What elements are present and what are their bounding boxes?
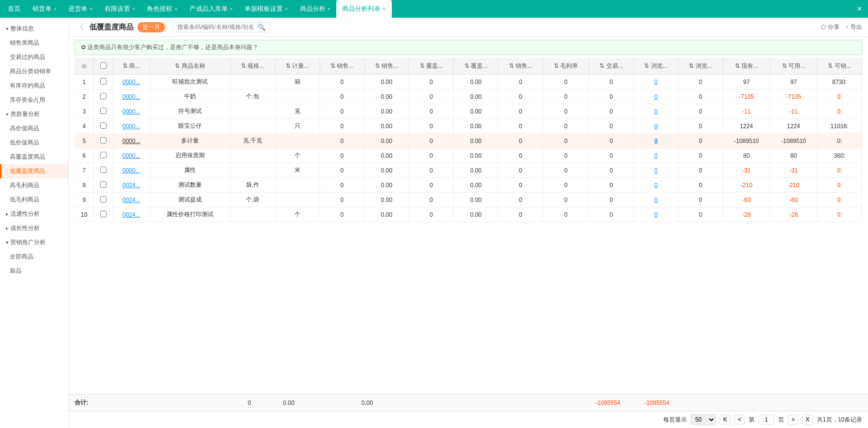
tab-permissions-close[interactable]: × bbox=[132, 0, 135, 18]
sidebar-section-category[interactable]: ▾ 类群量分析 bbox=[0, 107, 68, 121]
row-cover1: 0 bbox=[409, 75, 454, 89]
sidebar-item-sales-goods[interactable]: 销售类商品 bbox=[0, 36, 68, 50]
col-settings[interactable]: ⚙ bbox=[75, 58, 94, 75]
select-all-checkbox[interactable] bbox=[100, 62, 107, 69]
page-size-select[interactable]: 50 20 100 bbox=[691, 414, 716, 425]
sidebar-section-circulation[interactable]: ▸ 流通性分析 bbox=[0, 207, 68, 221]
sidebar-item-stock-capital[interactable]: 库存资金占用 bbox=[0, 93, 68, 107]
browse1-link[interactable]: 0 bbox=[654, 138, 658, 144]
browse1-link[interactable]: 0 bbox=[654, 123, 658, 130]
tab-goods-analysis[interactable]: 商品分析 × bbox=[294, 0, 336, 18]
tab-template[interactable]: 单据模板设置 × bbox=[239, 0, 294, 18]
row-checkbox[interactable] bbox=[100, 181, 107, 188]
tab-home[interactable]: 首页 bbox=[2, 0, 27, 18]
tab-production-close[interactable]: × bbox=[230, 0, 233, 18]
page-number-input[interactable] bbox=[759, 415, 774, 425]
col-cover1[interactable]: ⇅ 覆盖... bbox=[409, 58, 454, 75]
tab-roles-close[interactable]: × bbox=[174, 0, 177, 18]
tab-goods-analysis-list-close[interactable]: × bbox=[382, 0, 385, 18]
col-browse1[interactable]: ⇅ 浏览... bbox=[634, 58, 678, 75]
tab-goods-analysis-close[interactable]: × bbox=[327, 0, 330, 18]
row-avail: 1224 bbox=[770, 119, 817, 134]
browse1-link[interactable]: 0 bbox=[654, 79, 658, 86]
tab-purchase[interactable]: 进货单 × bbox=[62, 0, 98, 18]
col-name[interactable]: ⇅ 商品名称 bbox=[150, 58, 230, 75]
total-avail: -1095554 bbox=[632, 399, 681, 406]
sort-icon: ⇅ bbox=[123, 62, 128, 69]
row-checkbox[interactable] bbox=[100, 152, 107, 158]
col-sales1[interactable]: ⇅ 销售... bbox=[320, 58, 364, 75]
period-button[interactable]: 近一月 bbox=[137, 22, 165, 32]
export-button[interactable]: ↑ 导出 bbox=[845, 23, 862, 31]
browse1-link[interactable]: 0 bbox=[654, 182, 658, 189]
row-unit bbox=[275, 193, 320, 207]
tab-goods-analysis-list[interactable]: 商品分析列表 × bbox=[336, 0, 391, 18]
col-code[interactable]: ⇅ 商... bbox=[113, 58, 150, 75]
browse1-link[interactable]: 0 bbox=[654, 93, 658, 100]
col-cansell[interactable]: ⇅ 可销... bbox=[817, 58, 862, 75]
sidebar-item-high-margin[interactable]: 高毛利商品 bbox=[0, 178, 68, 193]
gear-icon[interactable]: ⚙ bbox=[81, 63, 87, 70]
tab-sales-close[interactable]: × bbox=[54, 0, 56, 18]
search-icon[interactable]: 🔍 bbox=[258, 24, 266, 31]
first-page-button[interactable]: K bbox=[720, 415, 731, 425]
sidebar-item-new-goods[interactable]: 新品 bbox=[0, 264, 68, 278]
sidebar-item-low-value[interactable]: 低价值商品 bbox=[0, 136, 68, 150]
browse1-link[interactable]: 0 bbox=[654, 167, 658, 174]
row-sales2: 0.00 bbox=[364, 75, 409, 89]
row-checkbox[interactable] bbox=[100, 78, 107, 85]
row-sales2: 0.00 bbox=[364, 104, 409, 119]
next-page-button[interactable]: > bbox=[788, 415, 798, 425]
sidebar-item-category-rate[interactable]: 商品分类动销率 bbox=[0, 64, 68, 79]
sidebar-item-high-coverage[interactable]: 高覆盖度商品 bbox=[0, 150, 68, 164]
browse1-link[interactable]: 0 bbox=[654, 108, 658, 115]
sidebar-section-overall[interactable]: ▾ 整体信息 bbox=[0, 22, 68, 36]
sidebar-item-low-coverage[interactable]: 低覆盖度商品 bbox=[0, 164, 68, 178]
browse1-link[interactable]: 0 bbox=[654, 152, 658, 159]
col-current[interactable]: ⇅ 现有... bbox=[723, 58, 770, 75]
data-table-wrapper[interactable]: ⚙ ⇅ 商... ⇅ 商品名称 ⇅ 规格... ⇅ 计量... ⇅ 销售... … bbox=[75, 58, 862, 394]
row-checkbox[interactable] bbox=[100, 196, 107, 202]
row-checkbox[interactable] bbox=[100, 211, 107, 217]
row-browse1: 0 bbox=[634, 163, 678, 178]
sidebar-item-low-margin[interactable]: 低毛利商品 bbox=[0, 193, 68, 207]
collapse-sidebar-button[interactable]: 《 bbox=[75, 22, 85, 32]
tab-roles[interactable]: 角色授权 × bbox=[141, 0, 183, 18]
row-checkbox[interactable] bbox=[100, 93, 107, 99]
window-close-button[interactable]: × bbox=[853, 4, 866, 14]
row-number: 10 bbox=[75, 207, 94, 222]
row-name: 属性价格打印测试 bbox=[150, 207, 230, 222]
tab-production[interactable]: 产成品入库单 × bbox=[184, 0, 239, 18]
sidebar-section-growth[interactable]: ▸ 成长性分析 bbox=[0, 221, 68, 235]
tab-purchase-close[interactable]: × bbox=[89, 0, 92, 18]
col-sales2[interactable]: ⇅ 销售... bbox=[364, 58, 409, 75]
sidebar-section-marketing[interactable]: ▾ 营销推广分析 bbox=[0, 235, 68, 250]
col-gross[interactable]: ⇅ 毛利率 bbox=[543, 58, 589, 75]
tab-permissions[interactable]: 权限设置 × bbox=[99, 0, 141, 18]
col-avail[interactable]: ⇅ 可用... bbox=[770, 58, 817, 75]
last-page-button[interactable]: X bbox=[802, 415, 813, 425]
row-checkbox[interactable] bbox=[100, 137, 107, 143]
col-cover2[interactable]: ⇅ 覆盖... bbox=[454, 58, 498, 75]
tab-sales[interactable]: 销货单 × bbox=[27, 0, 62, 18]
sidebar-item-all-goods[interactable]: 全部商品 bbox=[0, 250, 68, 264]
col-unit[interactable]: ⇅ 计量... bbox=[275, 58, 320, 75]
browse1-link[interactable]: 0 bbox=[654, 211, 658, 218]
row-checkbox[interactable] bbox=[100, 167, 107, 173]
sidebar-item-traded-goods[interactable]: 交易过的商品 bbox=[0, 50, 68, 64]
main-layout: ▾ 整体信息 销售类商品 交易过的商品 商品分类动销率 有库存的商品 库存资金占… bbox=[0, 18, 868, 428]
sidebar-item-stock-goods[interactable]: 有库存的商品 bbox=[0, 79, 68, 93]
row-checkbox[interactable] bbox=[100, 108, 107, 114]
row-checkbox[interactable] bbox=[100, 122, 107, 129]
share-button[interactable]: ⬡ 分享 bbox=[821, 23, 840, 31]
col-checkbox[interactable] bbox=[94, 58, 113, 75]
col-spec[interactable]: ⇅ 规格... bbox=[230, 58, 275, 75]
search-input[interactable] bbox=[177, 24, 256, 30]
col-trans[interactable]: ⇅ 交易... bbox=[589, 58, 634, 75]
prev-page-button[interactable]: < bbox=[734, 415, 745, 425]
sidebar-item-high-value[interactable]: 高价值商品 bbox=[0, 121, 68, 136]
browse1-link[interactable]: 0 bbox=[654, 197, 658, 203]
col-browse2[interactable]: ⇅ 浏览... bbox=[678, 58, 723, 75]
col-sales3[interactable]: ⇅ 销售... bbox=[498, 58, 543, 75]
tab-template-close[interactable]: × bbox=[285, 0, 288, 18]
